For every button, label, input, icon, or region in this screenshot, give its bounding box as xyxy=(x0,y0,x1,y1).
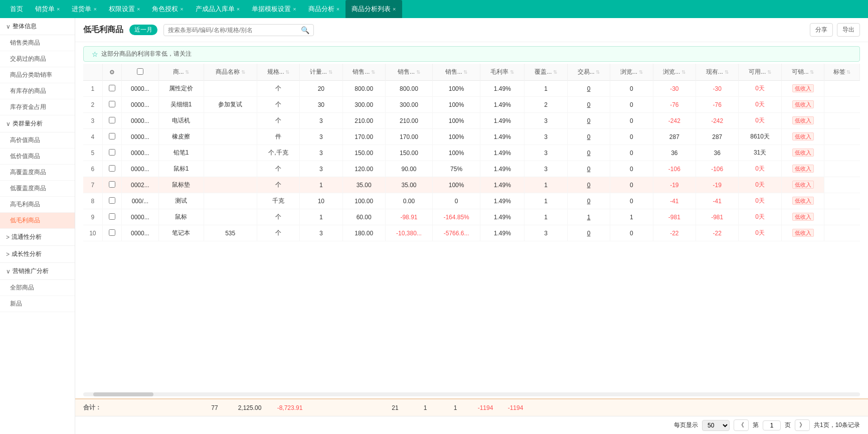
close-icon[interactable]: × xyxy=(180,0,183,18)
browse-link[interactable]: 0 xyxy=(587,85,591,92)
sort-icon[interactable]: ⇅ xyxy=(370,69,375,75)
sidebar-item-全部商品[interactable]: 全部商品 xyxy=(0,280,75,296)
select-all-checkbox[interactable] xyxy=(137,68,143,75)
close-icon[interactable]: × xyxy=(57,0,60,18)
sort-icon[interactable]: ⇅ xyxy=(637,69,643,75)
sidebar-item-销售类商品[interactable]: 销售类商品 xyxy=(0,35,75,51)
row-cell[interactable] xyxy=(102,177,121,193)
browse-link[interactable]: 0 xyxy=(587,101,591,108)
nav-item-权限设置[interactable]: 权限设置 × xyxy=(103,0,146,18)
close-icon[interactable]: × xyxy=(293,0,296,18)
close-icon[interactable]: × xyxy=(336,0,339,18)
sidebar-item-高毛利商品[interactable]: 高毛利商品 xyxy=(0,197,75,213)
page-number-input[interactable] xyxy=(763,420,781,430)
row-checkbox[interactable] xyxy=(109,229,115,236)
row-cell[interactable] xyxy=(102,145,121,161)
row-browse1[interactable]: 0 xyxy=(567,177,610,193)
sort-icon[interactable]: ⇅ xyxy=(284,69,290,75)
row-cell[interactable] xyxy=(102,113,121,129)
sidebar-item-有库存的商品[interactable]: 有库存的商品 xyxy=(0,83,75,99)
row-checkbox[interactable] xyxy=(109,197,115,204)
nav-item-商品分析列表[interactable]: 商品分析列表 × xyxy=(345,0,402,18)
col-header-settings[interactable]: ⚙ xyxy=(102,64,121,81)
sidebar-item-库存资金占用[interactable]: 库存资金占用 xyxy=(0,99,75,115)
row-browse1[interactable]: 0 xyxy=(567,97,610,113)
browse-link[interactable]: 0 xyxy=(587,150,591,157)
sidebar-item-新品[interactable]: 新品 xyxy=(0,296,75,312)
row-cell[interactable] xyxy=(102,209,121,225)
row-browse1[interactable]: 0 xyxy=(567,145,610,161)
sort-icon[interactable]: ⇅ xyxy=(327,69,332,75)
row-checkbox[interactable] xyxy=(109,133,115,139)
prev-page-button[interactable]: 《 xyxy=(734,419,749,431)
nav-item-首页[interactable]: 首页 xyxy=(4,0,29,18)
sidebar-item-低覆盖度商品[interactable]: 低覆盖度商品 xyxy=(0,181,75,197)
row-checkbox[interactable] xyxy=(109,101,115,107)
sidebar-item-商品分类助销率[interactable]: 商品分类助销率 xyxy=(0,67,75,83)
sort-icon[interactable]: ⇅ xyxy=(680,69,685,75)
row-browse1[interactable]: 0 xyxy=(567,225,610,241)
search-input[interactable] xyxy=(168,27,301,34)
sort-icon[interactable]: ⇅ xyxy=(240,69,245,75)
nav-item-产成品入库单[interactable]: 产成品入库单 × xyxy=(190,0,246,18)
sort-icon[interactable]: ⇅ xyxy=(415,69,420,75)
search-icon[interactable]: 🔍 xyxy=(301,26,309,34)
sort-icon[interactable]: ⇅ xyxy=(845,69,851,75)
sidebar-group-0[interactable]: ∨ 整体信息 xyxy=(0,18,75,35)
sort-icon[interactable]: ⇅ xyxy=(809,69,814,75)
sort-icon[interactable]: ⇅ xyxy=(462,69,468,75)
row-browse1[interactable]: 0 xyxy=(567,113,610,129)
row-checkbox[interactable] xyxy=(109,85,115,91)
browse-link[interactable]: 1 xyxy=(587,214,591,221)
sort-icon[interactable]: ⇅ xyxy=(508,69,514,75)
close-icon[interactable]: × xyxy=(393,0,396,18)
sidebar-item-低价值商品[interactable]: 低价值商品 xyxy=(0,149,75,165)
next-page-button[interactable]: 》 xyxy=(795,419,810,431)
browse-link[interactable]: 0 xyxy=(587,166,591,173)
close-icon[interactable]: × xyxy=(137,0,140,18)
row-checkbox[interactable] xyxy=(109,213,115,220)
sidebar-item-交易过的商品[interactable]: 交易过的商品 xyxy=(0,51,75,67)
sidebar-item-低毛利商品[interactable]: 低毛利商品 xyxy=(0,213,75,229)
row-browse1[interactable]: 1 xyxy=(567,209,610,225)
sort-icon[interactable]: ⇅ xyxy=(184,69,190,75)
close-icon[interactable]: × xyxy=(93,0,96,18)
page-size-select[interactable]: 50 100 200 xyxy=(702,420,730,431)
nav-item-进货单[interactable]: 进货单 × xyxy=(66,0,102,18)
row-checkbox[interactable] xyxy=(109,165,115,172)
nav-item-销货单[interactable]: 销货单 × xyxy=(29,0,66,18)
row-cell[interactable] xyxy=(102,225,121,241)
sort-icon[interactable]: ⇅ xyxy=(595,69,600,75)
row-cell[interactable] xyxy=(102,97,121,113)
horizontal-scrollbar[interactable] xyxy=(83,392,860,396)
col-header-checkbox[interactable] xyxy=(122,64,158,81)
row-browse1[interactable]: 0 xyxy=(567,161,610,177)
row-cell[interactable] xyxy=(102,161,121,177)
row-checkbox[interactable] xyxy=(109,149,115,156)
sidebar-group-4[interactable]: ∨ 营销推广分析 xyxy=(0,263,75,280)
share-button[interactable]: 分享 xyxy=(810,23,833,37)
sidebar-item-高价值商品[interactable]: 高价值商品 xyxy=(0,132,75,149)
sidebar-group-1[interactable]: ∨ 类群量分析 xyxy=(0,115,75,132)
sidebar-item-高覆盖度商品[interactable]: 高覆盖度商品 xyxy=(0,165,75,181)
browse-link[interactable]: 0 xyxy=(587,230,591,237)
row-browse1[interactable]: 0 xyxy=(567,193,610,209)
sort-icon[interactable]: ⇅ xyxy=(723,69,729,75)
browse-link[interactable]: 0 xyxy=(587,198,591,205)
row-cell[interactable] xyxy=(102,81,121,97)
browse-link[interactable]: 0 xyxy=(587,182,591,189)
filter-tag[interactable]: 近一月 xyxy=(129,25,157,35)
row-cell[interactable] xyxy=(102,193,121,209)
row-checkbox[interactable] xyxy=(109,117,115,123)
browse-link[interactable]: 0 xyxy=(587,133,591,140)
export-button[interactable]: 导出 xyxy=(837,23,860,37)
close-icon[interactable]: × xyxy=(237,0,240,18)
row-checkbox[interactable] xyxy=(109,181,115,188)
row-browse1[interactable]: 0 xyxy=(567,129,610,145)
browse-link[interactable]: 0 xyxy=(587,117,591,124)
sort-icon[interactable]: ⇅ xyxy=(766,69,771,75)
sort-icon[interactable]: ⇅ xyxy=(552,69,557,75)
sidebar-group-3[interactable]: > 成长性分析 xyxy=(0,246,75,263)
row-cell[interactable] xyxy=(102,129,121,145)
nav-item-商品分析[interactable]: 商品分析 × xyxy=(302,0,345,18)
